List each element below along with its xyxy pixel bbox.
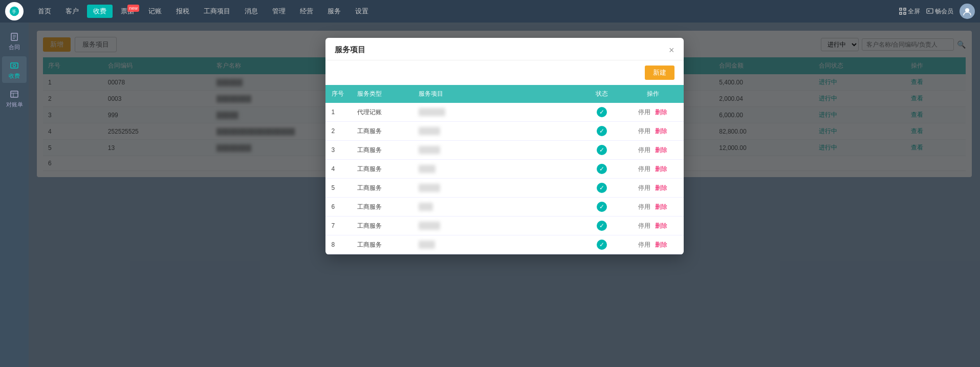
stop-btn[interactable]: 停用 — [638, 165, 650, 172]
fullscreen-btn[interactable]: 全屏 — [899, 7, 920, 16]
modal-col-action: 操作 — [622, 85, 684, 103]
svg-point-8 — [965, 8, 969, 12]
svg-rect-4 — [900, 12, 902, 14]
modal-col-status: 状态 — [581, 85, 622, 103]
avatar[interactable] — [960, 4, 975, 19]
stop-btn[interactable]: 停用 — [638, 146, 650, 154]
modal-toolbar: 新建 — [325, 60, 684, 85]
app-logo: 手 — [5, 2, 24, 20]
nav-account[interactable]: 记账 — [142, 5, 168, 18]
sidebar-item-duizhang[interactable]: 对账单 — [2, 85, 27, 112]
svg-rect-3 — [904, 8, 906, 10]
nav-invoice[interactable]: 票据 new — [115, 5, 140, 18]
nav-home[interactable]: 首页 — [32, 5, 57, 18]
svg-point-14 — [13, 64, 16, 67]
modal-body: 序号 服务类型 服务项目 状态 操作 1 代理记账 ████ 1 — [325, 85, 684, 254]
svg-rect-15 — [11, 91, 18, 97]
modal-table-row: 5 工商服务 ████ ✓ 停用 删除 — [325, 179, 684, 198]
delete-btn[interactable]: 删除 — [655, 203, 667, 210]
modal-btn-new[interactable]: 新建 — [645, 66, 674, 80]
nav-customer[interactable]: 客户 — [59, 5, 85, 18]
modal-table-row: 8 工商服务 注册 ✓ 停用 删除 — [325, 235, 684, 254]
delete-btn[interactable]: 删除 — [655, 127, 667, 135]
sidebar-item-contract[interactable]: 合同 — [2, 28, 27, 54]
svg-rect-13 — [11, 63, 18, 68]
modal-table-row: 7 工商服务 ████ ✓ 停用 删除 — [325, 217, 684, 235]
modal-table-row: 1 代理记账 ████ 1 ✓ 停用 删除 — [325, 103, 684, 122]
modal-service-items: 服务项目 × 新建 序号 服务类型 服务项目 状态 — [325, 38, 684, 254]
modal-table-row: 6 工商服务 Ithe ✓ 停用 删除 — [325, 198, 684, 217]
sidebar-label-contract: 合同 — [9, 44, 20, 51]
nav-shoufei[interactable]: 收费 — [87, 5, 113, 18]
status-ok-icon: ✓ — [597, 202, 607, 212]
delete-btn[interactable]: 删除 — [655, 165, 667, 172]
duizhang-icon — [9, 89, 19, 99]
modal-table-row: 4 工商服务 ███ ✓ 停用 删除 — [325, 160, 684, 179]
svg-rect-2 — [900, 8, 902, 10]
nav-tax[interactable]: 报税 — [170, 5, 195, 18]
top-nav: 手 首页 客户 收费 票据 new 记账 报税 工商项目 消息 管理 经营 服务… — [0, 0, 980, 23]
stop-btn[interactable]: 停用 — [638, 184, 650, 191]
nav-settings[interactable]: 设置 — [349, 5, 375, 18]
modal-col-item: 服务项目 — [412, 85, 581, 103]
modal-overlay: 服务项目 × 新建 序号 服务类型 服务项目 状态 — [29, 23, 980, 367]
modal-title: 服务项目 — [335, 45, 365, 55]
status-ok-icon: ✓ — [597, 240, 607, 250]
nav-industry[interactable]: 工商项目 — [198, 5, 236, 18]
stop-btn[interactable]: 停用 — [638, 241, 650, 248]
delete-btn[interactable]: 删除 — [655, 222, 667, 229]
shoufei-icon — [9, 60, 19, 71]
modal-header: 服务项目 × — [325, 38, 684, 60]
member-btn[interactable]: 畅会员 — [926, 7, 953, 16]
content-area: 新增 服务项目 进行中 🔍 序号 合同编码 客户名称 服务项目 ▼ — [29, 23, 980, 367]
nav-manage[interactable]: 管理 — [266, 5, 292, 18]
delete-btn[interactable]: 删除 — [655, 109, 667, 116]
svg-text:手: 手 — [12, 9, 16, 14]
sidebar-label-duizhang: 对账单 — [6, 101, 23, 109]
modal-table-row: 2 工商服务 ████ ✓ 停用 删除 — [325, 122, 684, 141]
delete-btn[interactable]: 删除 — [655, 241, 667, 248]
stop-btn[interactable]: 停用 — [638, 127, 650, 135]
sidebar-label-shoufei: 收费 — [9, 72, 20, 80]
modal-table-row: 3 工商服务 ████ ✓ 停用 删除 — [325, 141, 684, 160]
nav-menu: 首页 客户 收费 票据 new 记账 报税 工商项目 消息 管理 经营 服务 设… — [32, 5, 899, 18]
svg-point-7 — [928, 10, 930, 12]
main-layout: 合同 收费 对账单 — [0, 23, 980, 367]
delete-btn[interactable]: 删除 — [655, 146, 667, 154]
status-ok-icon: ✓ — [597, 126, 607, 136]
status-ok-icon: ✓ — [597, 183, 607, 193]
sidebar-item-shoufei[interactable]: 收费 — [2, 56, 27, 83]
stop-btn[interactable]: 停用 — [638, 203, 650, 210]
status-ok-icon: ✓ — [597, 221, 607, 231]
stop-btn[interactable]: 停用 — [638, 109, 650, 116]
status-ok-icon: ✓ — [597, 107, 607, 117]
delete-btn[interactable]: 删除 — [655, 184, 667, 191]
modal-col-seq: 序号 — [325, 85, 351, 103]
modal-table: 序号 服务类型 服务项目 状态 操作 1 代理记账 ████ 1 — [325, 85, 684, 254]
nav-service[interactable]: 服务 — [321, 5, 347, 18]
contract-icon — [9, 32, 19, 42]
modal-close-button[interactable]: × — [669, 46, 674, 55]
svg-rect-5 — [904, 12, 906, 14]
status-ok-icon: ✓ — [597, 145, 607, 155]
sidebar: 合同 收费 对账单 — [0, 23, 29, 367]
stop-btn[interactable]: 停用 — [638, 222, 650, 229]
status-ok-icon: ✓ — [597, 164, 607, 174]
new-badge: new — [127, 5, 139, 12]
nav-message[interactable]: 消息 — [238, 5, 264, 18]
svg-rect-6 — [927, 9, 933, 13]
nav-finance[interactable]: 经营 — [294, 5, 319, 18]
modal-col-type: 服务类型 — [351, 85, 412, 103]
nav-right: 全屏 畅会员 — [899, 4, 975, 19]
